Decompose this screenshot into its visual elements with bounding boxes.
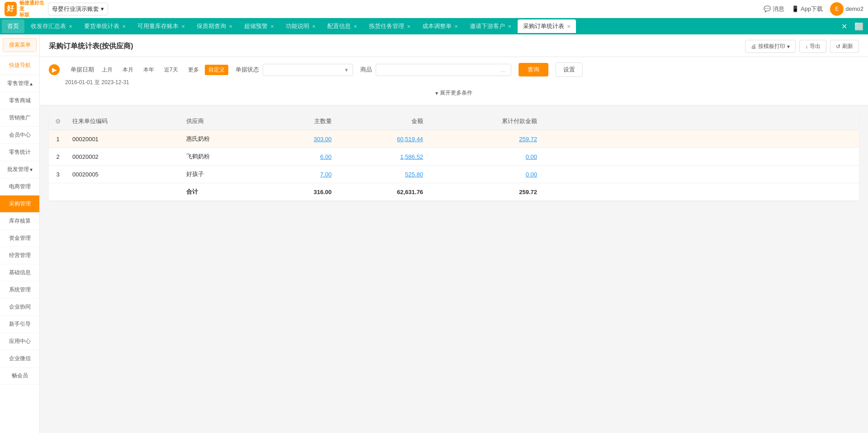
tab-order-summary[interactable]: 要货单统计表 ✕	[79, 19, 131, 33]
status-filter-group: 单据状态 ▾	[236, 64, 353, 76]
date-shortcut-7days[interactable]: 近7天	[160, 64, 182, 76]
date-shortcut-more[interactable]: 更多	[184, 64, 203, 76]
tab-overstock-warning[interactable]: 超储预警 ✕	[239, 19, 279, 33]
sidebar-item-purchase-mgmt[interactable]: 采购管理	[0, 195, 39, 213]
row-supplier: 惠氏奶粉	[181, 130, 266, 148]
user-profile[interactable]: E demo2	[830, 2, 863, 16]
filter-area: ▶ 单据日期 上月 本月 本年 近7天 更多 自定义 单据状态	[40, 57, 868, 105]
search-menu-section: 搜索菜单	[0, 34, 39, 56]
sidebar-item-ecommerce-mgmt[interactable]: 电商管理	[0, 178, 39, 195]
search-menu-button[interactable]: 搜索菜单	[3, 38, 37, 52]
row-cumulative-payment[interactable]: 0.00	[429, 166, 542, 183]
nav-tabs-actions: ✕ ⬜	[839, 21, 866, 32]
row-unit-code: 00020001	[67, 130, 181, 148]
close-icon[interactable]: ✕	[229, 24, 232, 29]
tab-invite-downstream[interactable]: 邀请下游客户 ✕	[464, 19, 517, 33]
sidebar-item-wholesale-mgmt[interactable]: 批发管理 ▾	[0, 161, 39, 178]
tab-purchase-stat[interactable]: 采购订单统计表 ✕	[518, 19, 576, 33]
close-icon[interactable]: ✕	[312, 24, 316, 29]
close-icon[interactable]: ✕	[567, 24, 571, 29]
workspace-selector[interactable]: 母婴行业演示账套 ▾	[48, 3, 108, 15]
close-icon[interactable]: ✕	[122, 24, 126, 29]
template-print-button[interactable]: 🖨 按模板打印 ▾	[745, 40, 796, 53]
page-actions: 🖨 按模板打印 ▾ ↓ 导出 ↺ 刷新	[745, 40, 859, 53]
row-amount[interactable]: 1,586.52	[337, 148, 429, 166]
maximize-icon[interactable]: ⬜	[852, 21, 866, 32]
sidebar-item-enterprise-wechat[interactable]: 企业微信	[0, 350, 39, 367]
sidebar-item-basic-info[interactable]: 基础信息	[0, 264, 39, 281]
row-amount[interactable]: 60,519.44	[337, 130, 429, 148]
close-icon[interactable]: ✕	[508, 24, 511, 29]
tab-available-stock[interactable]: 可用量库存账本 ✕	[132, 19, 190, 33]
quick-nav-button[interactable]: 快捷导航	[2, 59, 38, 72]
expand-more-conditions[interactable]: ▾ 展开更多条件	[49, 86, 859, 100]
tab-config-info[interactable]: 配置信息 ✕	[322, 19, 363, 33]
tab-pickup-task[interactable]: 拣货任务管理 ✕	[363, 19, 416, 33]
close-icon[interactable]: ✕	[407, 24, 410, 29]
table-footer: 合计 316.00 62,631.76 259.72	[49, 183, 859, 201]
sidebar-item-retail-stat[interactable]: 零售统计	[0, 144, 39, 161]
phone-icon: 📱	[792, 5, 799, 12]
table-body: 1 00020001 惠氏奶粉 303.00 60,519.44 259.72 …	[49, 130, 859, 183]
close-icon[interactable]: ✕	[354, 24, 357, 29]
tab-receive-summary[interactable]: 收发存汇总表 ✕	[25, 19, 78, 33]
row-main-qty[interactable]: 6.00	[266, 148, 337, 166]
refresh-button[interactable]: ↺ 刷新	[830, 40, 859, 53]
row-cumulative-payment[interactable]: 0.00	[429, 148, 542, 166]
top-bar-right: 💬 消息 📱 App下载 E demo2	[764, 2, 863, 16]
filter-row-1: ▶ 单据日期 上月 本月 本年 近7天 更多 自定义 单据状态	[49, 62, 859, 77]
search-button[interactable]: 查询	[519, 63, 548, 76]
sidebar-item-enterprise-collab[interactable]: 企业协同	[0, 299, 39, 316]
sidebar-item-marketing[interactable]: 营销推广	[0, 109, 39, 127]
sidebar-item-retail-mall[interactable]: 零售商城	[0, 92, 39, 109]
date-shortcut-this-year[interactable]: 本年	[139, 64, 158, 76]
goods-input[interactable]: …	[376, 64, 511, 76]
sidebar-item-operation-mgmt[interactable]: 经营管理	[0, 247, 39, 264]
sidebar-item-app-center[interactable]: 应用中心	[0, 333, 39, 350]
sidebar-item-vip-member[interactable]: 畅会员	[0, 367, 39, 385]
close-icon[interactable]: ✕	[270, 24, 274, 29]
close-icon[interactable]: ✕	[181, 24, 185, 29]
date-shortcut-last-month[interactable]: 上月	[98, 64, 117, 76]
tab-expiry-query[interactable]: 保质期查询 ✕	[191, 19, 238, 33]
sidebar-item-member-center[interactable]: 会员中心	[0, 127, 39, 144]
date-shortcut-this-month[interactable]: 本月	[118, 64, 137, 76]
date-range-display: 2016-01-01 至 2023-12-31	[49, 79, 859, 86]
tab-home[interactable]: 首页	[2, 19, 24, 33]
nav-tabs: 首页 收发存汇总表 ✕ 要货单统计表 ✕ 可用量库存账本 ✕ 保质期查询 ✕ 超…	[0, 18, 868, 34]
logo-area: 好 畅捷通好生意 标版	[5, 0, 44, 18]
chevron-up-icon: ▴	[30, 81, 33, 87]
sidebar-item-system-mgmt[interactable]: 系统管理	[0, 281, 39, 299]
sidebar-item-capital-mgmt[interactable]: 资金管理	[0, 230, 39, 247]
row-amount[interactable]: 525.80	[337, 166, 429, 183]
supplier-header: 供应商	[181, 113, 266, 130]
export-button[interactable]: ↓ 导出	[799, 40, 826, 53]
row-unit-code: 00020002	[67, 148, 181, 166]
close-icon[interactable]: ✕	[454, 24, 458, 29]
sidebar-item-retail-mgmt[interactable]: 零售管理 ▴	[0, 75, 39, 92]
tab-cost-adjust[interactable]: 成本调整单 ✕	[417, 19, 463, 33]
row-unit-code: 00020005	[67, 166, 181, 183]
unit-code-header: 往来单位编码	[67, 113, 181, 130]
column-settings-icon[interactable]: ⚙	[55, 118, 61, 125]
close-window-icon[interactable]: ✕	[839, 21, 850, 32]
date-filter-group: 单据日期 上月 本月 本年 近7天 更多 自定义	[71, 64, 228, 76]
custom-date-button[interactable]: 自定义	[205, 65, 228, 75]
close-icon[interactable]: ✕	[69, 24, 72, 29]
settings-button[interactable]: 设置	[556, 62, 583, 77]
tab-function-desc[interactable]: 功能说明 ✕	[280, 19, 321, 33]
row-main-qty[interactable]: 7.00	[266, 166, 337, 183]
message-action[interactable]: 💬 消息	[764, 5, 784, 13]
chevron-down-icon: ▾	[101, 5, 104, 12]
sidebar-item-new-guide[interactable]: 新手引导	[0, 316, 39, 333]
row-main-qty[interactable]: 303.00	[266, 130, 337, 148]
app-download-action[interactable]: 📱 App下载	[792, 5, 823, 13]
sidebar-item-stock-check[interactable]: 库存核算	[0, 213, 39, 230]
table-header: ⚙ 往来单位编码 供应商 主数量 金额 累计付款金额	[49, 113, 859, 130]
expand-filter-arrow[interactable]: ▶	[49, 64, 60, 75]
quick-nav-section: 快捷导航	[0, 56, 39, 75]
row-supplier: 好孩子	[181, 166, 266, 183]
row-cumulative-payment[interactable]: 259.72	[429, 130, 542, 148]
row-seq: 3	[49, 166, 67, 183]
status-select[interactable]: ▾	[263, 64, 353, 76]
